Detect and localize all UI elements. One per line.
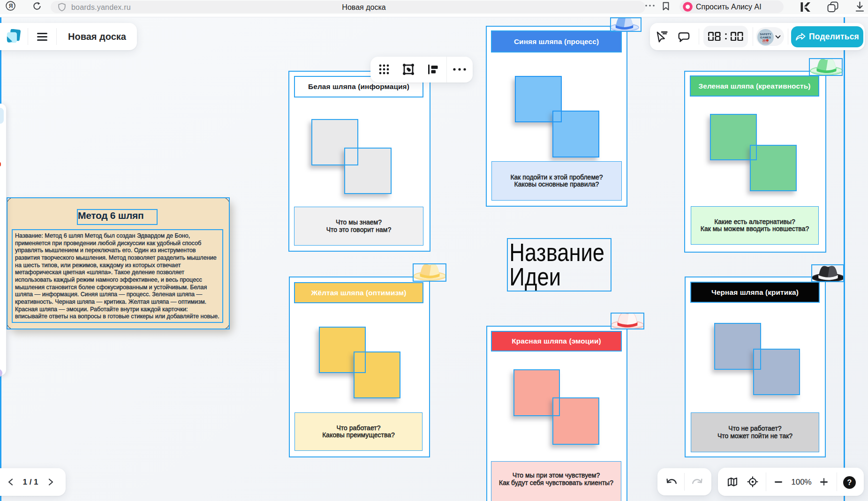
svg-text:36: 36	[762, 39, 766, 42]
svg-text:Я: Я	[9, 3, 13, 9]
svg-text:GAMES: GAMES	[760, 36, 771, 39]
